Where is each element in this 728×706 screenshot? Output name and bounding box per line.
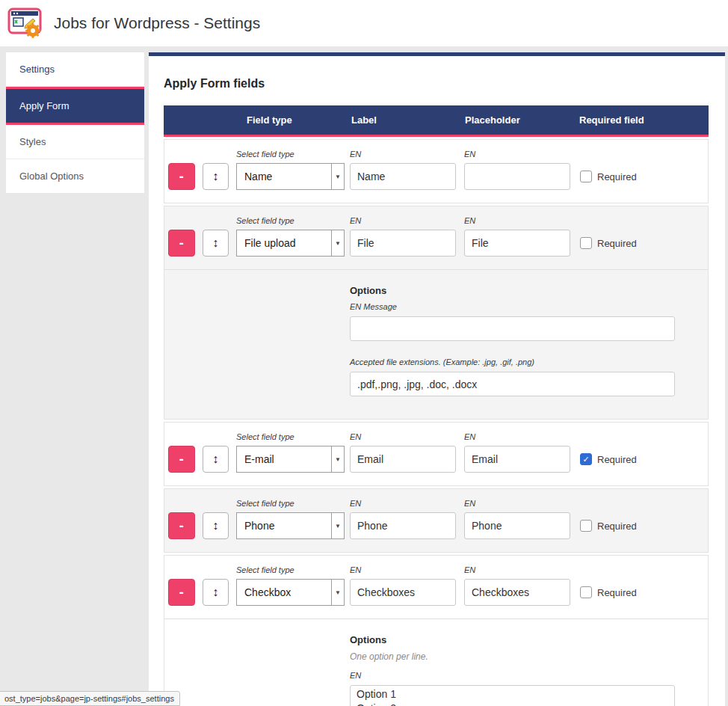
field-type-value: E-mail <box>237 453 331 465</box>
file-upload-options: Options EN Message Accepted file extensi… <box>164 269 708 419</box>
sort-field-button[interactable]: ↕ <box>203 579 229 606</box>
field-type-select[interactable]: File upload ▼ <box>236 230 345 257</box>
field-type-hint: Select field type <box>236 565 342 574</box>
column-label: Label <box>349 105 463 135</box>
required-checkbox[interactable]: ✓ <box>580 453 592 465</box>
options-title: Options <box>350 634 708 645</box>
extensions-label: Accepted file extensions. (Example: .jpg… <box>350 357 708 366</box>
field-type-hint: Select field type <box>236 432 342 441</box>
label-lang-hint: EN <box>350 150 457 159</box>
field-row-file-upload: - ↕ Select field type File upload ▼ EN E… <box>164 206 709 420</box>
field-row-checkbox: - ↕ Select field type Checkbox ▼ EN EN <box>164 555 709 706</box>
layout: Settings Apply Form Styles Global Option… <box>0 46 728 706</box>
plugin-logo-icon <box>7 7 43 39</box>
label-lang-hint: EN <box>350 432 457 441</box>
label-lang-hint: EN <box>350 216 457 225</box>
required-label: Required <box>597 587 637 598</box>
column-field-type: Field type <box>235 105 349 135</box>
field-type-value: Phone <box>237 520 331 532</box>
page-title: Jobs for Wordpress - Settings <box>54 14 260 32</box>
section-heading: Apply Form fields <box>164 77 709 90</box>
required-label: Required <box>597 454 637 465</box>
field-row-email: - ↕ Select field type E-mail ▼ EN EN <box>164 422 709 486</box>
checkbox-options: Options One option per line. EN Option 1… <box>164 618 708 706</box>
field-type-hint: Select field type <box>236 499 342 508</box>
row-actions: - ↕ <box>164 446 236 473</box>
label-input[interactable] <box>350 579 456 606</box>
field-type-value: Checkbox <box>237 586 331 598</box>
sort-field-button[interactable]: ↕ <box>203 230 229 257</box>
placeholder-input[interactable] <box>464 163 570 190</box>
options-title: Options <box>350 285 708 296</box>
placeholder-lang-hint: EN <box>464 150 573 159</box>
check-icon: ✓ <box>582 455 589 464</box>
dropdown-arrow-icon: ▼ <box>331 580 344 605</box>
sidebar-item-global-options[interactable]: Global Options <box>6 159 144 193</box>
sidebar-item-apply-form[interactable]: Apply Form <box>6 87 144 125</box>
options-subhint: One option per line. <box>350 651 708 662</box>
required-label: Required <box>597 238 637 249</box>
row-actions: - ↕ <box>164 512 236 539</box>
field-row-phone: - ↕ Select field type Phone ▼ EN EN <box>164 488 709 553</box>
placeholder-input[interactable] <box>464 230 570 257</box>
required-label: Required <box>597 521 637 532</box>
sort-field-button[interactable]: ↕ <box>203 446 229 473</box>
remove-field-button[interactable]: - <box>168 512 195 539</box>
sort-field-button[interactable]: ↕ <box>203 512 229 539</box>
placeholder-input[interactable] <box>464 579 570 606</box>
column-actions <box>164 105 235 135</box>
sidebar-item-settings[interactable]: Settings <box>6 52 144 87</box>
table-header: Field type Label Placeholder Required fi… <box>164 105 709 137</box>
label-lang-hint: EN <box>350 565 457 574</box>
column-placeholder: Placeholder <box>463 105 579 135</box>
sidebar-item-styles[interactable]: Styles <box>6 125 144 159</box>
field-row-name: - ↕ Select field type Name ▼ EN EN <box>164 139 709 203</box>
options-lang-hint: EN <box>350 671 708 680</box>
placeholder-lang-hint: EN <box>464 432 573 441</box>
label-input[interactable] <box>350 163 456 190</box>
settings-sidebar: Settings Apply Form Styles Global Option… <box>6 52 144 193</box>
dropdown-arrow-icon: ▼ <box>331 164 344 189</box>
settings-content: Apply Form fields Field type Label Place… <box>149 52 725 706</box>
placeholder-input[interactable] <box>464 446 570 473</box>
field-type-hint: Select field type <box>236 216 342 225</box>
dropdown-arrow-icon: ▼ <box>331 230 344 256</box>
placeholder-lang-hint: EN <box>464 499 573 508</box>
dropdown-arrow-icon: ▼ <box>331 513 344 538</box>
placeholder-lang-hint: EN <box>464 565 573 574</box>
label-input[interactable] <box>350 512 456 539</box>
required-label: Required <box>597 171 637 182</box>
remove-field-button[interactable]: - <box>168 446 195 473</box>
sort-field-button[interactable]: ↕ <box>203 163 229 190</box>
label-input[interactable] <box>350 446 456 473</box>
field-type-value: File upload <box>237 237 331 249</box>
row-actions: - ↕ <box>164 579 236 606</box>
app-header: Jobs for Wordpress - Settings <box>0 0 728 46</box>
extensions-input[interactable] <box>350 372 675 396</box>
options-textarea[interactable]: Option 1 Option 2 Option 3 <box>350 685 675 706</box>
field-type-hint: Select field type <box>236 150 342 159</box>
required-checkbox[interactable]: ✓ <box>580 586 592 598</box>
label-lang-hint: EN <box>350 499 457 508</box>
message-label: EN Message <box>350 302 708 311</box>
column-required-field: Required field <box>579 105 709 135</box>
dropdown-arrow-icon: ▼ <box>331 446 344 472</box>
remove-field-button[interactable]: - <box>168 163 195 190</box>
required-checkbox[interactable]: ✓ <box>580 237 592 249</box>
label-input[interactable] <box>350 230 456 257</box>
message-input[interactable] <box>350 316 675 341</box>
required-checkbox[interactable]: ✓ <box>580 171 592 182</box>
field-type-select[interactable]: E-mail ▼ <box>236 446 345 473</box>
row-actions: - ↕ <box>164 230 236 257</box>
remove-field-button[interactable]: - <box>168 579 195 606</box>
row-actions: - ↕ <box>164 163 236 190</box>
field-type-value: Name <box>237 171 331 182</box>
status-bar-url: ost_type=jobs&page=jp-settings#jobs_sett… <box>0 691 180 706</box>
required-checkbox[interactable]: ✓ <box>580 520 592 532</box>
field-type-select[interactable]: Checkbox ▼ <box>236 579 345 606</box>
placeholder-lang-hint: EN <box>464 216 573 225</box>
field-type-select[interactable]: Name ▼ <box>236 163 345 190</box>
remove-field-button[interactable]: - <box>168 230 195 257</box>
field-type-select[interactable]: Phone ▼ <box>236 512 345 539</box>
placeholder-input[interactable] <box>464 512 570 539</box>
